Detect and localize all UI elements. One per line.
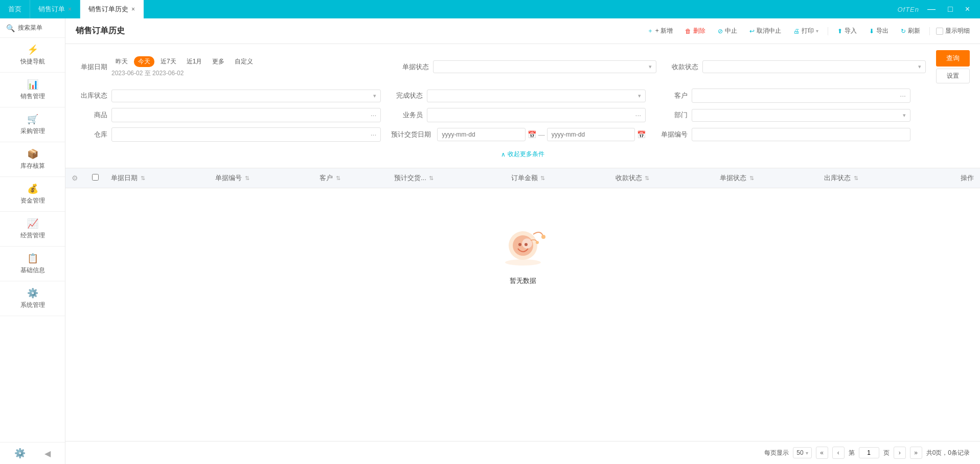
date-tab-1month[interactable]: 近1月 <box>183 56 207 67</box>
th-date[interactable]: 单据日期 ⇅ <box>105 168 209 188</box>
warehouse-label: 仓库 <box>76 130 111 139</box>
warehouse-dots-icon[interactable]: ··· <box>371 130 377 139</box>
product-dots-icon[interactable]: ··· <box>371 111 377 119</box>
sidebar-item-sales-mgmt-label: 销售管理 <box>20 92 45 101</box>
toolbar: ＋ + 新增 🗑 删除 ⊘ 中止 ↩ 取消中止 🖨 打印 <box>644 25 970 37</box>
settings-icon[interactable]: ⚙ <box>72 174 78 182</box>
query-button[interactable]: 查询 <box>936 50 970 67</box>
filter-order-status: 单据状态 ▾ <box>397 60 656 73</box>
stop-button[interactable]: ⊘ 中止 <box>715 25 740 37</box>
th-receipt-status[interactable]: 收款状态 ⇅ <box>609 168 714 188</box>
sidebar-item-purchase-mgmt[interactable]: 🛒 采购管理 <box>0 107 65 142</box>
salesperson-select[interactable]: ··· <box>427 108 646 122</box>
new-label: + 新增 <box>655 27 673 35</box>
th-checkbox[interactable] <box>86 168 105 188</box>
import-button[interactable]: ⬆ 导入 <box>834 25 860 37</box>
order-status-select[interactable]: ▾ <box>433 60 656 73</box>
window-minimize[interactable]: — <box>923 5 940 14</box>
receipt-status-select[interactable]: ▾ <box>702 60 926 73</box>
customer-dots-icon[interactable]: ··· <box>900 92 906 100</box>
date-tab-more[interactable]: 更多 <box>208 56 229 67</box>
sidebar-item-base-info[interactable]: 📋 基础信息 <box>0 247 65 281</box>
current-page-input[interactable] <box>859 447 879 458</box>
date-tab-custom[interactable]: 自定义 <box>231 56 257 67</box>
th-order-status[interactable]: 单据状态 ⇅ <box>714 168 818 188</box>
tab-home-label: 首页 <box>8 5 21 14</box>
cancel-stop-button[interactable]: ↩ 取消中止 <box>746 25 784 37</box>
date-tab-yesterday[interactable]: 昨天 <box>111 56 132 67</box>
set-button[interactable]: 设置 <box>936 69 970 83</box>
table-header-row: ⚙ 单据日期 ⇅ 单据编号 ⇅ <box>65 168 980 188</box>
last-page-btn[interactable]: » <box>910 447 922 459</box>
tab-sales-order-history[interactable]: 销售订单历史 × <box>80 0 144 18</box>
new-button[interactable]: ＋ + 新增 <box>644 25 676 37</box>
th-order-amount[interactable]: 订单金额 ⇅ <box>505 168 609 188</box>
sidebar-item-quick-nav[interactable]: ⚡ 快捷导航 <box>0 38 65 73</box>
warehouse-select[interactable]: ··· <box>111 127 381 142</box>
sidebar-settings-icon[interactable]: ⚙️ <box>14 448 26 459</box>
th-receipt-status-label: 收款状态 <box>616 174 642 182</box>
sidebar-item-inventory[interactable]: 📦 库存核算 <box>0 142 65 177</box>
purchase-mgmt-icon: 🛒 <box>27 114 38 125</box>
sidebar-item-sys-mgmt-label: 系统管理 <box>20 301 45 310</box>
next-page-btn[interactable]: › <box>894 447 906 459</box>
date-tab-7days[interactable]: 近7天 <box>156 56 180 67</box>
calendar-to-icon[interactable]: 📅 <box>637 130 646 139</box>
export-label: 导出 <box>876 27 888 35</box>
total-text: 共0页，0条记录 <box>926 449 970 457</box>
date-tab-today[interactable]: 今天 <box>134 56 154 67</box>
filter-product: 商品 ··· <box>76 108 381 122</box>
tab-sales-order-close[interactable]: × <box>68 6 72 13</box>
tab-sales-order-history-close[interactable]: × <box>131 6 135 13</box>
sidebar-item-sales-mgmt[interactable]: 📊 销售管理 <box>0 73 65 107</box>
th-expected-delivery[interactable]: 预计交货... ⇅ <box>388 168 505 188</box>
salesperson-dots-icon[interactable]: ··· <box>635 111 642 119</box>
sidebar-item-sys-mgmt[interactable]: ⚙️ 系统管理 <box>0 281 65 316</box>
salesperson-label: 业务员 <box>391 111 427 120</box>
show-detail-checkbox[interactable] <box>936 28 943 35</box>
svg-point-0 <box>505 259 541 266</box>
order-no-label: 单据编号 <box>656 130 692 139</box>
toolbar-divider-2 <box>929 27 930 35</box>
completion-status-select[interactable]: ▾ <box>427 90 646 102</box>
export-button[interactable]: ⬇ 导出 <box>866 25 892 37</box>
sidebar-item-operations[interactable]: 📈 经营管理 <box>0 212 65 247</box>
delete-button[interactable]: 🗑 删除 <box>682 25 709 37</box>
customer-select[interactable]: ··· <box>692 89 910 103</box>
select-all-checkbox[interactable] <box>92 174 99 181</box>
first-page-btn[interactable]: « <box>816 447 828 459</box>
th-order-no[interactable]: 单据编号 ⇅ <box>209 168 313 188</box>
page-word-prefix: 第 <box>849 449 855 457</box>
sidebar-collapse-icon[interactable]: ◀ <box>44 449 51 458</box>
window-maximize[interactable]: □ <box>944 5 957 14</box>
th-settings[interactable]: ⚙ <box>65 168 86 188</box>
delivery-date-to[interactable] <box>547 128 635 141</box>
product-select[interactable]: ··· <box>111 108 381 122</box>
sidebar-item-finance[interactable]: 💰 资金管理 <box>0 177 65 212</box>
order-no-input[interactable] <box>692 128 910 141</box>
svg-point-6 <box>541 235 545 239</box>
department-select[interactable]: ▾ <box>692 109 910 122</box>
calendar-from-icon[interactable]: 📅 <box>528 130 536 139</box>
page-size-arrow-icon: ▾ <box>806 450 808 456</box>
th-customer[interactable]: 客户 ⇅ <box>313 168 388 188</box>
print-button[interactable]: 🖨 打印 ▾ <box>790 25 822 37</box>
delivery-date-from[interactable] <box>437 128 525 141</box>
refresh-button[interactable]: ↻ 刷新 <box>898 25 923 37</box>
collapse-row[interactable]: ∧ 收起更多条件 <box>76 147 970 162</box>
filter-delivery-date: 预计交货日期 📅 — 📅 <box>391 128 646 141</box>
page-size-select[interactable]: 50 ▾ <box>793 447 811 458</box>
date-filter-group: 昨天 今天 近7天 近1月 更多 自定义 2023-06-02 至 2023-0… <box>111 56 257 78</box>
date-tabs: 昨天 今天 近7天 近1月 更多 自定义 <box>111 56 257 67</box>
delivery-date-label: 预计交货日期 <box>391 130 435 139</box>
th-expected-delivery-label: 预计交货... <box>394 174 426 182</box>
filter-outbound-status: 出库状态 ▾ <box>76 90 381 102</box>
tab-home[interactable]: 首页 <box>0 0 30 18</box>
th-outbound-status[interactable]: 出库状态 ⇅ <box>818 168 922 188</box>
prev-page-btn[interactable]: ‹ <box>832 447 845 459</box>
window-close[interactable]: × <box>961 5 974 14</box>
outbound-status-select[interactable]: ▾ <box>111 90 381 102</box>
search-menu[interactable]: 🔍 搜索菜单 <box>0 18 65 38</box>
tab-sales-order[interactable]: 销售订单 × <box>30 0 80 18</box>
sort-order-no-icon: ⇅ <box>245 175 249 181</box>
